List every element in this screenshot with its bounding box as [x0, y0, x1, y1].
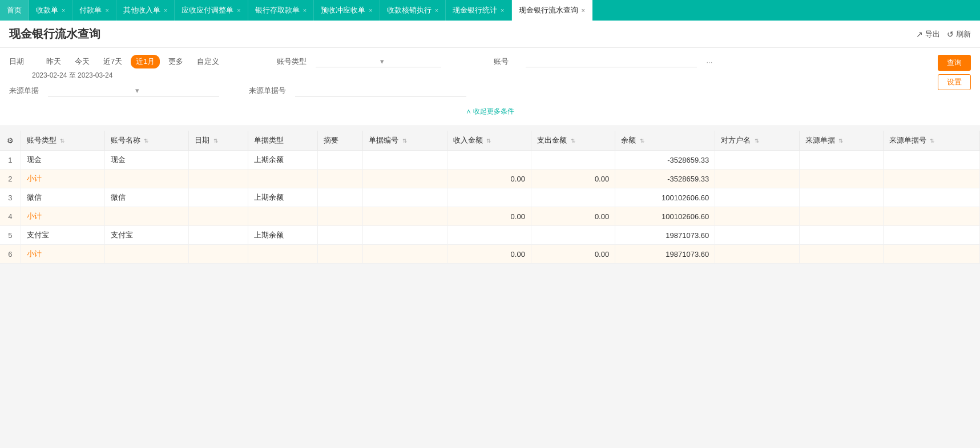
date-btn-custom[interactable]: 自定义	[192, 55, 224, 68]
nav-tab-receipts[interactable]: 收款单 ×	[29, 0, 72, 21]
filter-row-2: 来源单据 ▾ 来源单据号	[9, 85, 938, 96]
nav-tab-adjustment[interactable]: 应收应付调整单 ×	[175, 0, 248, 21]
search-button[interactable]: 查询	[938, 55, 971, 71]
date-btn-yesterday[interactable]: 昨天	[41, 55, 66, 68]
nav-tab-collection-exec[interactable]: 收款核销执行 ×	[380, 0, 446, 21]
table-cell	[189, 245, 248, 264]
source-doc-label: 来源单据	[9, 86, 39, 96]
table-cell: 支付宝	[104, 226, 188, 245]
table-cell	[363, 188, 447, 207]
nav-home[interactable]: 首页	[0, 0, 29, 21]
close-icon[interactable]: ×	[369, 7, 372, 14]
date-btn-1month[interactable]: 近1月	[131, 55, 160, 68]
header-actions: ↗ 导出 ↺ 刷新	[916, 29, 971, 39]
col-balance[interactable]: 余额 ⇅	[615, 131, 715, 151]
close-icon[interactable]: ×	[62, 7, 65, 14]
account-type-select[interactable]: ▾	[316, 56, 441, 67]
col-doc-type[interactable]: 单据类型	[248, 131, 318, 151]
table-cell	[799, 188, 883, 207]
account-input[interactable]	[526, 56, 697, 67]
close-icon[interactable]: ×	[105, 7, 108, 14]
sort-icon: ⇅	[402, 138, 407, 144]
table-cell	[883, 226, 979, 245]
close-icon[interactable]: ×	[237, 7, 240, 14]
table-cell: 小计	[21, 245, 104, 264]
table-cell: 小计	[21, 169, 104, 188]
table-cell: 微信	[104, 188, 188, 207]
table-row[interactable]: 2小计0.000.00-3528659.33	[0, 169, 980, 188]
table-cell	[363, 207, 447, 226]
sort-icon: ⇅	[571, 138, 575, 144]
refresh-button[interactable]: ↺ 刷新	[947, 29, 971, 39]
table-cell	[447, 151, 531, 169]
close-icon[interactable]: ×	[582, 7, 585, 14]
date-range-display: 2023-02-24 至 2023-03-24	[32, 71, 112, 79]
source-doc-select[interactable]: ▾	[48, 85, 219, 96]
nav-tab-cash-bank-stats[interactable]: 现金银行统计 ×	[446, 0, 511, 21]
account-more-icon[interactable]: ···	[706, 58, 712, 66]
col-date[interactable]: 日期 ⇅	[189, 131, 248, 151]
table-row[interactable]: 6小计0.000.0019871073.60	[0, 245, 980, 264]
table-cell	[318, 245, 363, 264]
sort-icon: ⇅	[838, 138, 843, 144]
date-btn-today[interactable]: 今天	[70, 55, 95, 68]
close-icon[interactable]: ×	[303, 7, 306, 14]
table-cell	[363, 245, 447, 264]
top-nav: 首页 收款单 × 付款单 × 其他收入单 × 应收应付调整单 × 银行存取款单 …	[0, 0, 980, 21]
table-cell: 19871073.60	[615, 245, 715, 264]
page-header: 现金银行流水查询 ↗ 导出 ↺ 刷新	[0, 21, 980, 48]
col-source-doc[interactable]: 来源单据 ⇅	[799, 131, 883, 151]
source-doc-no-label: 来源单据号	[249, 86, 286, 96]
table-cell	[715, 207, 799, 226]
table-row[interactable]: 5支付宝支付宝上期余额19871073.60	[0, 226, 980, 245]
table-cell: 上期余额	[248, 226, 318, 245]
close-icon[interactable]: ×	[435, 7, 438, 14]
settings-button[interactable]: 设置	[938, 74, 971, 90]
source-doc-no-input[interactable]	[295, 85, 466, 96]
table-cell	[318, 151, 363, 169]
table-cell: 2	[0, 169, 21, 188]
table-cell: 100102606.60	[615, 207, 715, 226]
nav-tab-cash-bank-flow[interactable]: 现金银行流水查询 ×	[512, 0, 592, 21]
nav-tab-payments[interactable]: 付款单 ×	[72, 0, 116, 21]
nav-tab-prepay[interactable]: 预收冲应收单 ×	[314, 0, 380, 21]
table-container: ⚙ 账号类型 ⇅ 账号名称 ⇅ 日期 ⇅ 单据类型 摘要 单据编号	[0, 131, 980, 264]
col-source-doc-no[interactable]: 来源单据号 ⇅	[883, 131, 979, 151]
table-cell	[799, 169, 883, 188]
table-row[interactable]: 1现金现金上期余额-3528659.33	[0, 151, 980, 169]
filter-buttons: 查询 设置	[938, 55, 971, 90]
table-cell: 1	[0, 151, 21, 169]
nav-tab-bank-deposit[interactable]: 银行存取款单 ×	[248, 0, 314, 21]
col-account-type[interactable]: 账号类型 ⇅	[21, 131, 104, 151]
col-income[interactable]: 收入金额 ⇅	[447, 131, 531, 151]
collapse-up-icon: ∧	[466, 107, 473, 115]
table-cell	[883, 188, 979, 207]
settings-col-header[interactable]: ⚙	[0, 131, 21, 151]
close-icon[interactable]: ×	[164, 7, 167, 14]
col-counterparty[interactable]: 对方户名 ⇅	[715, 131, 799, 151]
col-doc-no[interactable]: 单据编号 ⇅	[363, 131, 447, 151]
col-account-name[interactable]: 账号名称 ⇅	[104, 131, 188, 151]
table-cell	[799, 207, 883, 226]
export-button[interactable]: ↗ 导出	[916, 29, 940, 39]
close-icon[interactable]: ×	[501, 7, 504, 14]
sort-icon: ⇅	[930, 138, 934, 144]
table-cell	[447, 188, 531, 207]
table-cell	[715, 169, 799, 188]
table-cell	[363, 226, 447, 245]
chevron-down-icon: ▾	[380, 57, 438, 66]
table-cell	[715, 226, 799, 245]
col-expense[interactable]: 支出金额 ⇅	[531, 131, 615, 151]
table-cell	[363, 151, 447, 169]
table-cell: 100102606.60	[615, 188, 715, 207]
nav-tab-other-income[interactable]: 其他收入单 ×	[116, 0, 175, 21]
table-row[interactable]: 4小计0.000.00100102606.60	[0, 207, 980, 226]
table-cell: 4	[0, 207, 21, 226]
date-btn-7days[interactable]: 近7天	[98, 55, 127, 68]
table-row[interactable]: 3微信微信上期余额100102606.60	[0, 188, 980, 207]
table-cell: 现金	[21, 151, 104, 169]
collapse-bar[interactable]: ∧ 收起更多条件	[9, 104, 971, 119]
table-cell: -3528659.33	[615, 169, 715, 188]
col-summary[interactable]: 摘要	[318, 131, 363, 151]
date-btn-more[interactable]: 更多	[163, 55, 188, 68]
